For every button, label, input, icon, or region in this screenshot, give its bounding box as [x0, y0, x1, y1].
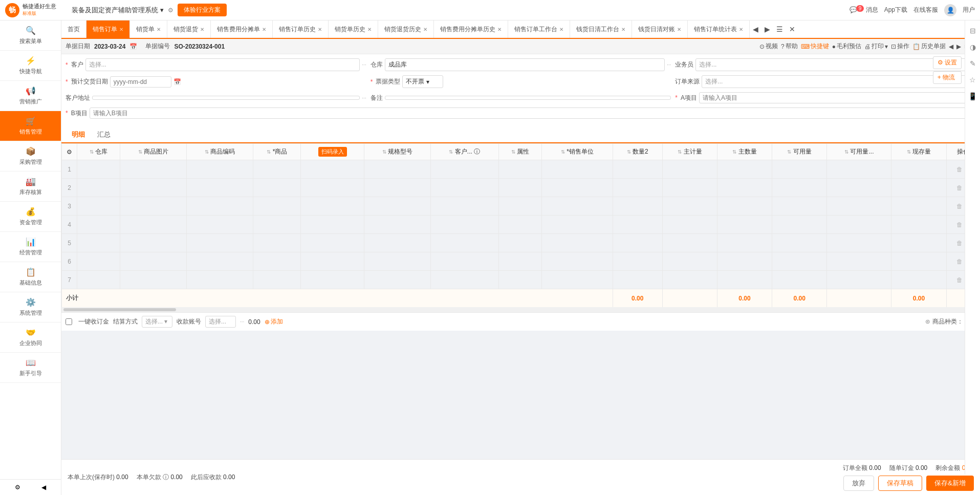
customer-more-icon[interactable]: ··· [362, 62, 366, 68]
tab-close-sales-history-icon[interactable]: ✕ [318, 27, 322, 32]
row-7-available[interactable] [772, 271, 827, 289]
warehouse-input[interactable]: 成品库 [385, 58, 665, 71]
receipt-account-select[interactable]: 选择... [205, 316, 236, 328]
row-3-customer-code[interactable] [431, 197, 499, 216]
calendar2-icon[interactable]: 📅 [173, 78, 181, 85]
customer-input[interactable]: 选择... [85, 58, 360, 71]
row-7-available2[interactable] [827, 271, 891, 289]
tab-fee-history[interactable]: 销售费用分摊单历史 ✕ [434, 20, 508, 38]
receipt-more-icon[interactable]: ··· [240, 319, 244, 325]
app-download-btn[interactable]: App下载 [884, 6, 907, 14]
user-label[interactable]: 用户 [963, 6, 975, 14]
logistics-float-btn[interactable]: + 物流 [933, 71, 962, 84]
row-7-customer-code[interactable] [431, 271, 499, 289]
row-1-code[interactable] [187, 160, 253, 179]
row-6-code[interactable] [187, 252, 253, 271]
row-5-unit[interactable] [541, 234, 613, 252]
row-4-available2[interactable] [827, 216, 891, 234]
row-5-main-unit[interactable] [662, 234, 717, 252]
row-4-image[interactable] [120, 216, 187, 234]
tab-account-check[interactable]: 钱货日清对账 ✕ [632, 20, 688, 38]
row-6-attr[interactable] [498, 252, 541, 271]
remark-input[interactable] [385, 96, 671, 100]
tab-home[interactable]: 首页 [61, 20, 86, 38]
row-2-image[interactable] [120, 179, 187, 197]
gear-icon[interactable]: ⚙ [168, 7, 173, 14]
user-avatar[interactable]: 👤 [944, 4, 956, 16]
row-7-goods[interactable] [253, 271, 301, 289]
row-4-unit[interactable] [541, 216, 613, 234]
row-2-customer-code[interactable] [431, 179, 499, 197]
row-7-main-qty[interactable] [717, 271, 772, 289]
row-3-unit[interactable] [541, 197, 613, 216]
save-new-button[interactable]: 保存&新增 [926, 476, 974, 491]
tab-close-all-btn[interactable]: ✕ [786, 25, 798, 33]
row-6-image[interactable] [120, 252, 187, 271]
invoice-type-select[interactable]: 不开票 ▾ [402, 75, 443, 88]
project-a-input[interactable] [699, 92, 976, 103]
tab-sales-history[interactable]: 销售订单历史 ✕ [273, 20, 329, 38]
add-btn[interactable]: ⊕ 添加 [265, 317, 283, 326]
chevron-down-icon[interactable]: ▾ [160, 6, 164, 14]
sidebar-settings-icon[interactable]: ⚙ [15, 484, 20, 491]
sidebar-item-marketing[interactable]: 📢 营销推广 [0, 81, 61, 111]
nav-next-icon[interactable]: ▶ [956, 43, 961, 50]
row-3-available2[interactable] [827, 197, 891, 216]
help-btn[interactable]: ? 帮助 [781, 42, 798, 51]
row-7-unit[interactable] [541, 271, 613, 289]
row-1-spec[interactable] [364, 160, 431, 179]
settings-float-btn[interactable]: ⚙ 设置 [933, 56, 962, 69]
print-btn[interactable]: 🖨 打印 ▾ [864, 42, 888, 51]
row-1-delete-icon[interactable]: 🗑 [956, 166, 963, 173]
row-6-stock[interactable] [891, 252, 946, 271]
row-5-attr[interactable] [498, 234, 541, 252]
tab-sales-return[interactable]: 销货退货 ✕ [167, 20, 211, 38]
row-3-code[interactable] [187, 197, 253, 216]
scan-input-btn[interactable]: 扫码录入 [318, 147, 347, 157]
discard-button[interactable]: 放弃 [843, 476, 874, 491]
row-3-stock[interactable] [891, 197, 946, 216]
row-5-customer-code[interactable] [431, 234, 499, 252]
row-1-qty2[interactable] [613, 160, 662, 179]
th-gear[interactable]: ⚙ [62, 144, 77, 160]
row-2-unit[interactable] [541, 179, 613, 197]
sidebar-item-operations[interactable]: 📊 经营管理 [0, 232, 61, 262]
row-2-available[interactable] [772, 179, 827, 197]
tab-sales-invoice[interactable]: 销货单 ✕ [130, 20, 167, 38]
sidebar-item-guide[interactable]: 📖 新手引导 [0, 353, 61, 383]
row-7-spec[interactable] [364, 271, 431, 289]
right-panel-icon-4[interactable]: ☆ [967, 74, 979, 86]
row-6-customer-code[interactable] [431, 252, 499, 271]
row-4-main-unit[interactable] [662, 216, 717, 234]
calendar-icon[interactable]: 📅 [129, 43, 137, 50]
sidebar-item-inventory[interactable]: 🏭 库存核算 [0, 171, 61, 202]
tab-close-sales-invoice-icon[interactable]: ✕ [157, 27, 161, 32]
tab-close-daily-clear-icon[interactable]: ✕ [621, 27, 625, 32]
row-1-available2[interactable] [827, 160, 891, 179]
row-7-stock[interactable] [891, 271, 946, 289]
delivery-date-input[interactable] [110, 76, 171, 88]
row-6-warehouse[interactable] [77, 252, 120, 271]
row-1-available[interactable] [772, 160, 827, 179]
message-icon[interactable]: 💬 9 消息 [850, 6, 878, 14]
warehouse-more-icon[interactable]: ··· [667, 62, 671, 68]
row-4-attr[interactable] [498, 216, 541, 234]
row-3-goods[interactable] [253, 197, 301, 216]
view-btn[interactable]: ⊙ 视频 [759, 42, 778, 51]
row-4-goods[interactable] [253, 216, 301, 234]
tab-prev-btn[interactable]: ◀ [750, 25, 761, 33]
sidebar-item-sales[interactable]: 🛒 销售管理 [0, 111, 61, 141]
row-3-main-unit[interactable] [662, 197, 717, 216]
row-4-warehouse[interactable] [77, 216, 120, 234]
row-1-main-unit[interactable] [662, 160, 717, 179]
order-source-input[interactable]: 选择... [702, 75, 971, 88]
row-2-attr[interactable] [498, 179, 541, 197]
right-panel-icon-2[interactable]: ◑ [967, 41, 979, 53]
tab-close-account-check-icon[interactable]: ✕ [677, 27, 681, 32]
row-1-image[interactable] [120, 160, 187, 179]
tab-sales-order[interactable]: 销售订单 ✕ [86, 20, 130, 38]
tab-statistics[interactable]: 销售订单统计表 ✕ [688, 20, 750, 38]
nav-prev-icon[interactable]: ◀ [949, 43, 953, 50]
row-1-attr[interactable] [498, 160, 541, 179]
row-7-warehouse[interactable] [77, 271, 120, 289]
